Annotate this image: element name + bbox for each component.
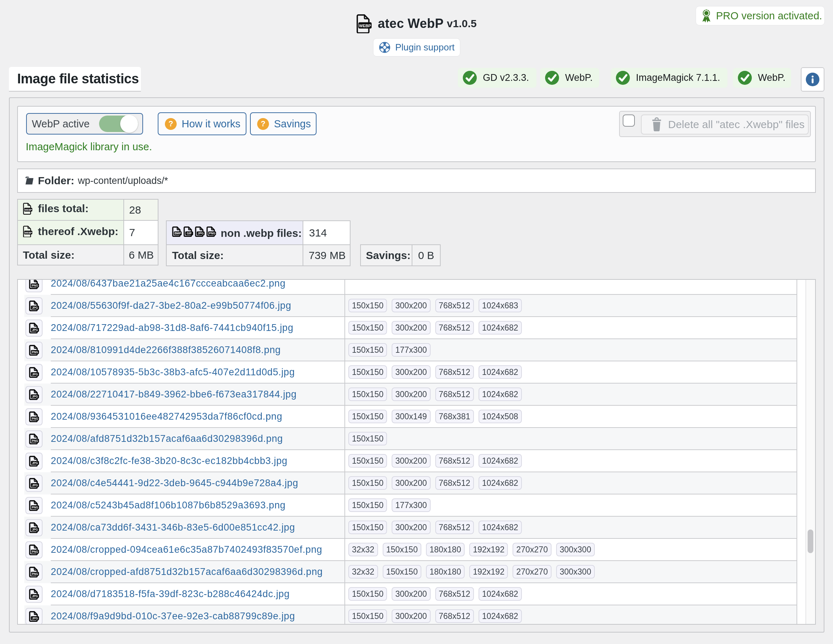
svg-text:PNG: PNG xyxy=(32,572,38,576)
svg-text:PNG: PNG xyxy=(32,550,38,554)
svg-text:PNG: PNG xyxy=(32,284,38,287)
svg-text:JPG: JPG xyxy=(32,372,38,376)
svg-text:PNG: PNG xyxy=(32,439,38,443)
svg-text:JPG: JPG xyxy=(32,594,38,598)
svg-text:JPG: JPG xyxy=(198,232,204,235)
svg-text:JPG: JPG xyxy=(32,483,38,487)
svg-text:WEBP: WEBP xyxy=(24,231,32,233)
svg-text:JPG: JPG xyxy=(32,461,38,465)
svg-text:PNG: PNG xyxy=(32,350,38,354)
svg-text:JPG: JPG xyxy=(32,306,38,309)
svg-text:JPG: JPG xyxy=(32,394,38,398)
svg-text:PNG: PNG xyxy=(209,232,215,235)
svg-text:JPG: JPG xyxy=(32,617,38,620)
svg-text:WEBP: WEBP xyxy=(359,23,371,27)
svg-text:WEBP: WEBP xyxy=(24,209,32,211)
svg-text:PNG: PNG xyxy=(32,506,38,509)
svg-text:JPG: JPG xyxy=(32,528,38,531)
svg-text:PNG: PNG xyxy=(32,417,38,420)
svg-text:JPG: JPG xyxy=(32,328,38,332)
svg-text:BMP: BMP xyxy=(175,232,181,235)
svg-text:GIF: GIF xyxy=(187,232,192,235)
